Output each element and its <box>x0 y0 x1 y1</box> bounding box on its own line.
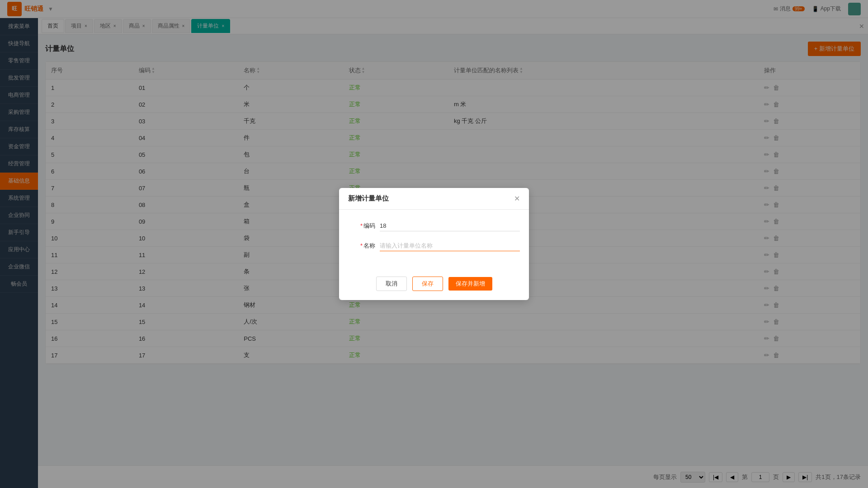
name-form-item: *名称 <box>348 240 520 251</box>
dialog-header: 新增计量单位 ✕ <box>339 188 529 210</box>
dialog-footer: 取消 保存 保存并新增 <box>339 271 529 300</box>
save-button[interactable]: 保存 <box>412 277 443 291</box>
dialog-title: 新增计量单位 <box>348 194 389 203</box>
name-input[interactable] <box>380 240 520 251</box>
cancel-button[interactable]: 取消 <box>376 277 407 291</box>
add-unit-dialog: 新增计量单位 ✕ *编码 *名称 取消 保存 保存并新增 <box>339 188 529 300</box>
dialog-close-button[interactable]: ✕ <box>514 194 520 203</box>
dialog-overlay: 新增计量单位 ✕ *编码 *名称 取消 保存 保存并新增 <box>0 0 868 488</box>
required-mark-code: * <box>360 222 363 229</box>
required-mark-name: * <box>360 242 363 249</box>
save-and-new-button[interactable]: 保存并新增 <box>448 277 492 291</box>
dialog-body: *编码 *名称 <box>339 210 529 271</box>
code-form-item: *编码 <box>348 221 520 231</box>
code-label: *编码 <box>348 222 375 230</box>
name-label: *名称 <box>348 242 375 250</box>
code-input[interactable] <box>380 221 520 231</box>
